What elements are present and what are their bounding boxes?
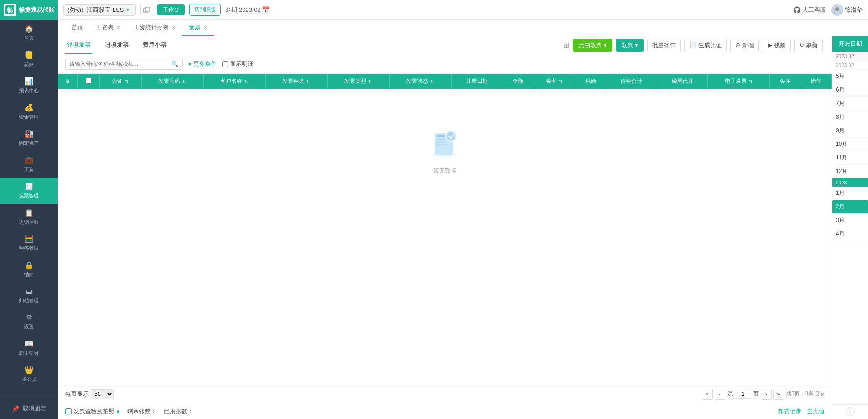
sub-tab-purchase-invoice[interactable]: 进项发票	[103, 36, 130, 54]
first-page-button[interactable]: «	[702, 389, 713, 400]
close-icon[interactable]: ✕	[203, 25, 208, 30]
period-item-1[interactable]: 1月	[832, 187, 868, 200]
tab-invoice[interactable]: 发票 ✕	[182, 20, 214, 36]
invoice-table: ⚙ 凭证 ⇅ 发票号码 ⇅ 客户名称 ⇅ 发票种类 ⇅ 发票类型 ⇅ 发票状态 …	[58, 74, 832, 211]
sidebar-item-tax[interactable]: 🧮 税务管理	[0, 230, 58, 256]
sub-tab-label: 销项发票	[67, 41, 91, 49]
sidebar-item-home[interactable]: 🏠 首页	[0, 20, 58, 46]
switch-old-button[interactable]: 切到旧版	[189, 4, 221, 16]
recharge-link[interactable]: 去充值	[807, 407, 825, 415]
copy-button[interactable]	[140, 4, 153, 16]
period-item-9[interactable]: 9月	[832, 124, 868, 138]
close-icon[interactable]: ✕	[172, 25, 176, 30]
sidebar-item-member[interactable]: 👑 畅会员	[0, 361, 58, 387]
sidebar-item-invoice[interactable]: 🧾 发票管理	[0, 178, 58, 204]
period-item-7[interactable]: 7月	[832, 97, 868, 111]
sidebar-item-fixed-assets[interactable]: 🏭 固定资产	[0, 125, 58, 151]
invoice-table-wrap: ⚙ 凭证 ⇅ 发票号码 ⇅ 客户名称 ⇅ 发票种类 ⇅ 发票类型 ⇅ 发票状态 …	[58, 74, 832, 385]
period-item-8[interactable]: 8月	[832, 111, 868, 124]
bottom-bar: 发票查验及拍照 ● 剩余张数： 已用张数： 扣费记录 去充值	[58, 403, 832, 419]
gen-voucher-button[interactable]: 📄 生成凭证	[684, 39, 727, 52]
next-page-button[interactable]: ›	[761, 389, 772, 400]
settings-col-header[interactable]: ⚙	[58, 74, 77, 89]
pager-buttons: « ‹ 第 页 › » 共0页，0条记录	[702, 389, 825, 400]
tab-payroll[interactable]: 工资表 ✕	[90, 20, 127, 36]
period-label: 账期	[225, 6, 237, 14]
reports-icon: 📊	[24, 77, 33, 86]
sidebar-item-sales-ledger[interactable]: 📋 进销台账	[0, 204, 58, 230]
chevron-down-icon: ▾	[635, 42, 638, 48]
sort-icon: ⇅	[244, 79, 248, 84]
sub-tab-label: 费用小票	[143, 41, 167, 49]
sort-icon: ⇅	[306, 79, 310, 84]
batch-ops-button[interactable]: 批量操作	[647, 39, 681, 52]
filter-button[interactable]: ▾ 更多条件	[188, 60, 217, 68]
remarks-col-header: 备注	[770, 74, 801, 89]
video-button[interactable]: ▶ 视频	[763, 39, 791, 52]
page-input[interactable]	[735, 390, 751, 399]
sub-tab-label: 进项发票	[105, 41, 129, 49]
sidebar-item-reports[interactable]: 📊 报表中心	[0, 72, 58, 99]
checkbox-col-header[interactable]	[77, 74, 99, 89]
sidebar-item-payroll[interactable]: 💼 工资	[0, 151, 58, 178]
period-item-5[interactable]: 5月	[832, 70, 868, 83]
refresh-button[interactable]: ↻ 刷新	[794, 39, 823, 52]
sidebar-item-closing[interactable]: 🔒 结账	[0, 256, 58, 283]
get-invoice-button[interactable]: 取票 ▾	[616, 39, 644, 52]
company-selector[interactable]: (勿动）江西股宝-LSS ▼	[63, 4, 136, 16]
fee-record-link[interactable]: 扣费记录	[778, 407, 801, 415]
period-item-3[interactable]: 3月	[832, 214, 868, 227]
service-button[interactable]: 🎧 人工客服	[793, 6, 826, 14]
sidebar-item-archive[interactable]: 🗂 归档管理	[0, 283, 58, 308]
verify-checkbox[interactable]	[65, 408, 72, 414]
period-scroll-button[interactable]: ↕	[846, 407, 855, 416]
sidebar-item-guide[interactable]: 📖 新手引导	[0, 335, 58, 361]
period-item-12[interactable]: 12月	[832, 165, 868, 178]
search-icon[interactable]: 🔍	[171, 60, 179, 67]
tax-code-col-header: 税局代开	[657, 74, 707, 89]
user-info[interactable]: 徐溢华	[831, 4, 863, 16]
verify-section: 发票查验及拍照 ●	[65, 407, 120, 415]
period-item-10[interactable]: 10月	[832, 138, 868, 151]
workbench-button[interactable]: 工作台	[157, 4, 185, 15]
invoice-icon: 🧾	[24, 182, 33, 191]
select-all-checkbox[interactable]	[86, 78, 91, 84]
video-label: 视频	[774, 41, 786, 49]
sidebar-item-funds[interactable]: 💰 资金管理	[0, 99, 58, 125]
sidebar-item-settings[interactable]: ⚙ 设置	[0, 308, 58, 335]
period-item-2-active[interactable]: 2月	[832, 200, 868, 214]
page-label: 第	[727, 390, 733, 398]
last-page-button[interactable]: »	[773, 389, 784, 400]
period-item-11[interactable]: 11月	[832, 151, 868, 165]
close-icon[interactable]: ✕	[116, 25, 121, 30]
period-item-4[interactable]: 4月	[832, 227, 868, 241]
period-item-2023-02-first: 2023.02	[832, 61, 868, 70]
tab-label: 首页	[72, 24, 83, 32]
new-button[interactable]: ⊕ 新增	[730, 39, 759, 52]
invoice-no-col-header: 发票号码 ⇅	[141, 74, 203, 89]
detail-label: 显示明细	[230, 60, 253, 68]
tax-col-header: 税额	[575, 74, 606, 89]
tab-home[interactable]: 首页	[65, 20, 90, 36]
service-label: 人工客服	[802, 6, 826, 14]
used-label: 已用张数：	[164, 407, 193, 415]
no-tax-invoice-button[interactable]: 无由取票 ▾	[573, 39, 612, 52]
sidebar-item-general-ledger[interactable]: 📒 总账	[0, 46, 58, 72]
member-icon: 👑	[24, 366, 33, 374]
prev-page-button[interactable]: ‹	[715, 389, 725, 400]
unpin-item[interactable]: 📌 取消固定	[0, 401, 58, 416]
sub-tab-sales-invoice[interactable]: 销项发票	[65, 36, 92, 54]
open-period-button[interactable]: 开账日期	[832, 36, 868, 52]
settings-icon: ⚙	[26, 313, 32, 322]
logo: 畅 畅捷通易代账	[0, 0, 58, 20]
page-size-dropdown[interactable]: 50 10 20 100	[91, 389, 114, 399]
sidebar-item-label: 首页	[24, 35, 34, 42]
period-item-6[interactable]: 6月	[832, 83, 868, 97]
detail-checkbox-input[interactable]	[222, 61, 228, 67]
sub-tab-expense-receipt[interactable]: 费用小票	[141, 36, 168, 54]
open-date-col-header: 开票日期	[451, 74, 502, 89]
search-input[interactable]	[69, 61, 169, 67]
show-detail-checkbox[interactable]: 显示明细	[222, 60, 253, 68]
page-size-label: 每页显示	[65, 390, 89, 398]
tab-payroll-report[interactable]: 工资统计报表 ✕	[127, 20, 182, 36]
